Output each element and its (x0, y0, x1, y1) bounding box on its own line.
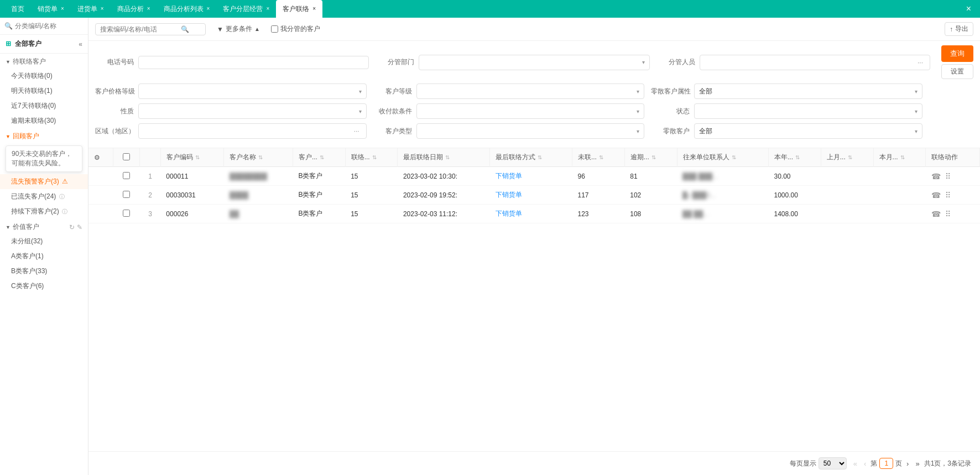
contact-header[interactable]: 联络...⇅ (345, 148, 398, 167)
last-contact-method-header[interactable]: 最后联络方式⇅ (490, 148, 572, 167)
next-page-button[interactable]: › (904, 458, 911, 469)
status-select[interactable]: ▾ (694, 103, 922, 119)
filter-zero-attr: 零散客户属性 全部 ▾ (651, 83, 922, 99)
row-last-contact-method[interactable]: 下销货单 (490, 186, 572, 205)
name-header[interactable]: 客户名称⇅ (224, 148, 293, 167)
price-level-select[interactable]: ▾ (138, 83, 367, 99)
select-all-checkbox[interactable] (123, 153, 130, 160)
row-overdue: 108 (624, 205, 677, 223)
gear-header[interactable]: ⚙ (88, 148, 113, 167)
export-button[interactable]: ↑ 导出 (945, 22, 973, 36)
row-action: ☎ ⠿ (926, 167, 980, 186)
code-header[interactable]: 客户编码⇅ (160, 148, 224, 167)
last-contact-date-header[interactable]: 最后联络日期⇅ (398, 148, 490, 167)
unit-contact-header[interactable]: 往来单位联系人⇅ (677, 148, 768, 167)
payment-select[interactable]: ▾ (416, 103, 645, 119)
customer-level-select[interactable]: ▾ (416, 83, 645, 99)
row-checkbox-cell[interactable] (113, 167, 140, 186)
nature-select[interactable]: ▾ (138, 103, 367, 119)
sidebar-item-week-contact[interactable]: 近7天待联络(0) (0, 98, 88, 113)
sidebar-all-customers[interactable]: ⊞ 全部客户 « (0, 35, 88, 54)
sidebar-group-pending[interactable]: ▼ 待联络客户 (0, 54, 88, 69)
more-icon[interactable]: ··· (915, 59, 925, 66)
no-contact-header[interactable]: 未联...⇅ (572, 148, 624, 167)
close-all-button[interactable]: × (962, 4, 976, 14)
refresh-icon[interactable]: ↻ (69, 223, 75, 231)
row-checkbox[interactable] (123, 210, 130, 217)
contact-icon[interactable]: ☎ (931, 172, 941, 181)
my-customers-checkbox-label[interactable]: 我分管的客户 (271, 24, 320, 34)
last-month-header[interactable]: 上月...⇅ (821, 148, 873, 167)
this-year-header[interactable]: 本年...⇅ (768, 148, 821, 167)
checkbox-header[interactable] (113, 148, 140, 167)
phone-input[interactable] (138, 56, 369, 69)
sidebar-group-value[interactable]: ▼ 价值客户 ↻ ✎ (0, 219, 88, 234)
first-page-button[interactable]: « (851, 458, 859, 469)
close-sales-icon[interactable]: × (61, 0, 64, 18)
tab-customer-seg[interactable]: 客户分层经营 × (216, 0, 276, 18)
tab-analysis[interactable]: 商品分析 × (111, 0, 157, 18)
sidebar-search-input[interactable] (15, 22, 88, 30)
sidebar-item-class-b[interactable]: B类客户(33) (0, 264, 88, 279)
chevron-down-icon-7: ▾ (915, 108, 918, 114)
sidebar-item-declining[interactable]: 持续下滑客户(2) ⓘ (0, 204, 88, 219)
more-action-icon[interactable]: ⠿ (945, 172, 951, 181)
region-input[interactable]: ··· (138, 123, 367, 139)
last-page-button[interactable]: » (913, 458, 921, 469)
sidebar-item-unclassified[interactable]: 未分组(32) (0, 234, 88, 249)
row-last-contact-method[interactable]: 下销货单 (490, 167, 572, 186)
contact-icon[interactable]: ☎ (931, 191, 941, 200)
query-button[interactable]: 查询 (941, 45, 973, 62)
advanced-filter: 电话号码 分管部门 ▾ 分管人员 ··· (88, 41, 980, 148)
close-analysis-icon[interactable]: × (147, 0, 150, 18)
settings-button[interactable]: 设置 (941, 64, 973, 79)
sidebar-item-class-a[interactable]: A类客户(1) (0, 249, 88, 264)
tab-purchase[interactable]: 进货单 × (71, 0, 111, 18)
manager-select[interactable]: ··· (700, 55, 930, 70)
zero-customer-select[interactable]: 全部 ▾ (694, 123, 922, 139)
tab-sales[interactable]: 销货单 × (31, 0, 71, 18)
sidebar-item-today-contact[interactable]: 今天待联络(0) (0, 69, 88, 83)
sidebar-collapse-icon[interactable]: « (79, 40, 82, 48)
current-page[interactable]: 1 (879, 458, 893, 469)
search-input[interactable] (100, 25, 178, 33)
sidebar-item-already-churned[interactable]: 已流失客户(24) ⓘ (0, 189, 88, 204)
row-checkbox[interactable] (123, 191, 130, 198)
type-header[interactable]: 客户...⇅ (293, 148, 345, 167)
per-page-select[interactable]: 50 20 100 (819, 457, 847, 469)
sidebar-item-tomorrow-contact[interactable]: 明天待联络(1) (0, 83, 88, 98)
close-customer-seg-icon[interactable]: × (266, 0, 269, 18)
sidebar-item-churn-warning[interactable]: 流失预警客户(3) ⚠ (0, 174, 88, 189)
contact-icon[interactable]: ☎ (931, 210, 941, 218)
my-customers-checkbox[interactable] (271, 25, 278, 33)
overdue-header[interactable]: 逾期...⇅ (624, 148, 677, 167)
dept-select[interactable]: ▾ (419, 55, 649, 70)
more-action-icon[interactable]: ⠿ (945, 210, 951, 218)
tab-customer-link[interactable]: 客户联络 × (276, 0, 322, 18)
sidebar-item-class-c[interactable]: C类客户(6) (0, 279, 88, 294)
more-action-icon[interactable]: ⠿ (945, 191, 951, 200)
close-purchase-icon[interactable]: × (101, 0, 104, 18)
search-box[interactable]: 🔍 (95, 23, 206, 35)
region-more-icon[interactable]: ··· (352, 127, 362, 135)
filter-row-1: 电话号码 分管部门 ▾ 分管人员 ··· (95, 45, 973, 79)
close-customer-link-icon[interactable]: × (312, 0, 316, 18)
more-conditions-button[interactable]: ▼ 更多条件 ▲ (212, 23, 264, 35)
row-checkbox[interactable] (123, 172, 130, 179)
gear-icon[interactable]: ⚙ (94, 154, 100, 161)
tab-home[interactable]: 首页 (4, 0, 31, 18)
close-analysis-list-icon[interactable]: × (207, 0, 210, 18)
sidebar-group-churn[interactable]: ▼ 回顾客户 (0, 128, 88, 143)
sort-icon-7: ⇅ (599, 154, 603, 160)
row-checkbox-cell[interactable] (113, 205, 140, 223)
sidebar-item-overdue-contact[interactable]: 逾期未联络(30) (0, 113, 88, 128)
row-checkbox-cell[interactable] (113, 186, 140, 205)
zero-attr-select[interactable]: 全部 ▾ (694, 83, 922, 99)
customer-type-select[interactable]: ▾ (416, 123, 645, 139)
row-last-contact-method[interactable]: 下销货单 (490, 205, 572, 223)
row-last-contact-date: 2023-02-09 19:52: (398, 186, 490, 205)
tab-analysis-list[interactable]: 商品分析列表 × (157, 0, 217, 18)
edit-icon[interactable]: ✎ (77, 223, 82, 231)
prev-page-button[interactable]: ‹ (862, 458, 868, 469)
this-month-header[interactable]: 本月...⇅ (873, 148, 926, 167)
